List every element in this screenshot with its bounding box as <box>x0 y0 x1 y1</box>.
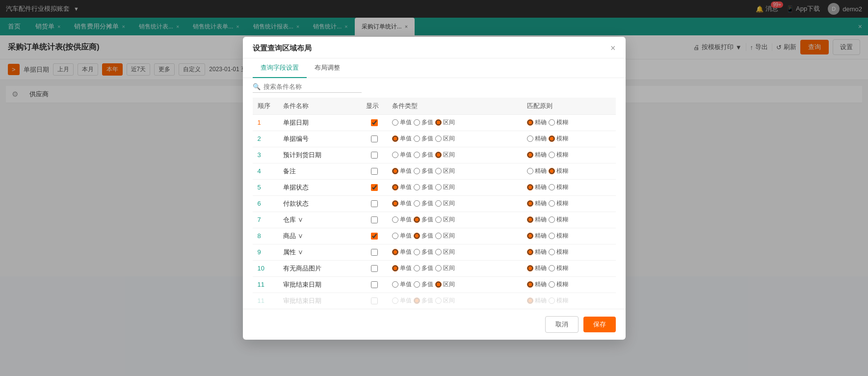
row-type-4: 单值多值区间 <box>387 179 522 195</box>
table-row: 4备注单值多值区间精确模糊 <box>253 163 616 179</box>
match-radio-模糊-0[interactable] <box>549 119 555 126</box>
type-radio-单值-8[interactable] <box>392 249 398 255</box>
row-order-8: 9 <box>258 248 261 256</box>
display-checkbox-8[interactable] <box>371 249 378 256</box>
table-row: 1单据日期单值多值区间精确模糊 <box>253 114 616 131</box>
display-checkbox-5[interactable] <box>371 200 378 207</box>
type-radio-多值-9[interactable] <box>414 265 420 271</box>
row-type-6: 单值多值区间 <box>387 212 522 228</box>
col-order: 顺序 <box>253 98 279 115</box>
row-display-7 <box>361 228 387 244</box>
row-display-5 <box>361 195 387 212</box>
match-radio-精确-6[interactable] <box>527 216 533 223</box>
match-radio-精确-5[interactable] <box>527 200 533 207</box>
type-radio-单值-4[interactable] <box>392 184 398 190</box>
row-condition-name-9: 有无商品图片 <box>278 260 361 276</box>
match-radio-精确-0[interactable] <box>527 119 533 126</box>
type-radio-单值-9[interactable] <box>392 265 398 271</box>
type-radio-区间-9[interactable] <box>435 265 442 271</box>
display-checkbox-7[interactable] <box>371 233 378 240</box>
match-radio-模糊-1[interactable] <box>549 135 555 142</box>
row-condition-name-5: 付款状态 <box>278 195 361 212</box>
type-radio-区间-2[interactable] <box>435 152 442 158</box>
row-match-7: 精确模糊 <box>522 228 615 244</box>
match-radio-模糊-8[interactable] <box>549 249 555 255</box>
dialog-close-button[interactable]: × <box>610 44 616 53</box>
type-radio-多值-4[interactable] <box>414 184 420 190</box>
type-radio-单值-7[interactable] <box>392 233 398 239</box>
match-radio-精确-8[interactable] <box>527 249 533 255</box>
type-radio-单值-0[interactable] <box>392 119 398 126</box>
match-radio-模糊-4[interactable] <box>549 184 555 190</box>
type-radio-区间-8[interactable] <box>435 249 442 255</box>
display-checkbox-6[interactable] <box>371 216 378 223</box>
row-condition-name-7: 商品 ∨ <box>278 228 361 244</box>
condition-search-input[interactable] <box>263 83 362 90</box>
row-match-9: 精确模糊 <box>522 260 615 276</box>
tab-query-fields[interactable]: 查询字段设置 <box>253 58 307 78</box>
match-radio-模糊-3[interactable] <box>549 168 555 174</box>
type-radio-多值-5[interactable] <box>414 200 420 207</box>
table-row: 2单据编号单值多值区间精确模糊 <box>253 131 616 147</box>
display-checkbox-4[interactable] <box>371 184 378 191</box>
table-row: 8商品 ∨单值多值区间精确模糊 <box>253 228 616 244</box>
conditions-table: 顺序 条件名称 显示 条件类型 匹配原则 1单据日期单值多值区间精确模糊2单据编… <box>253 98 616 277</box>
match-radio-精确-1[interactable] <box>527 135 533 142</box>
type-radio-区间-7[interactable] <box>435 233 442 239</box>
display-checkbox-0[interactable] <box>371 119 378 126</box>
display-checkbox-3[interactable] <box>371 168 378 175</box>
row-match-0: 精确模糊 <box>522 114 615 131</box>
row-match-5: 精确模糊 <box>522 195 615 212</box>
row-type-2: 单值多值区间 <box>387 147 522 163</box>
row-type-3: 单值多值区间 <box>387 163 522 179</box>
table-row: 6付款状态单值多值区间精确模糊 <box>253 195 616 212</box>
type-radio-多值-1[interactable] <box>414 135 420 142</box>
match-radio-模糊-6[interactable] <box>549 216 555 223</box>
match-radio-模糊-9[interactable] <box>549 265 555 271</box>
display-checkbox-9[interactable] <box>371 265 378 272</box>
match-radio-精确-3[interactable] <box>527 168 533 174</box>
match-radio-模糊-5[interactable] <box>549 200 555 207</box>
display-checkbox-1[interactable] <box>371 135 378 142</box>
display-checkbox-2[interactable] <box>371 152 378 159</box>
type-radio-单值-5[interactable] <box>392 200 398 207</box>
row-display-2 <box>361 147 387 163</box>
type-radio-区间-5[interactable] <box>435 200 442 207</box>
type-radio-多值-6[interactable] <box>414 216 420 223</box>
settings-table-scroll: 顺序 条件名称 显示 条件类型 匹配原则 1单据日期单值多值区间精确模糊2单据编… <box>243 98 626 277</box>
type-radio-单值-3[interactable] <box>392 168 398 174</box>
type-radio-区间-3[interactable] <box>435 168 442 174</box>
match-radio-模糊-2[interactable] <box>549 152 555 158</box>
row-condition-name-4: 单据状态 <box>278 179 361 195</box>
type-radio-单值-1[interactable] <box>392 135 398 142</box>
type-radio-多值-2[interactable] <box>414 152 420 158</box>
match-radio-精确-7[interactable] <box>527 233 533 239</box>
match-radio-精确-9[interactable] <box>527 265 533 271</box>
type-radio-单值-2[interactable] <box>392 152 398 158</box>
match-radio-精确-4[interactable] <box>527 184 533 190</box>
row-match-3: 精确模糊 <box>522 163 615 179</box>
tab-layout[interactable]: 布局调整 <box>307 58 348 78</box>
col-match: 匹配原则 <box>522 98 615 115</box>
type-radio-多值-7[interactable] <box>414 233 420 239</box>
row-match-4: 精确模糊 <box>522 179 615 195</box>
row-condition-name-0: 单据日期 <box>278 114 361 131</box>
type-radio-区间-1[interactable] <box>435 135 442 142</box>
row-order-0: 1 <box>258 119 261 126</box>
type-radio-多值-8[interactable] <box>414 249 420 255</box>
type-radio-单值-6[interactable] <box>392 216 398 223</box>
dialog-tabs: 查询字段设置 布局调整 <box>243 58 626 78</box>
row-display-4 <box>361 179 387 195</box>
type-radio-区间-4[interactable] <box>435 184 442 190</box>
row-display-3 <box>361 163 387 179</box>
type-radio-区间-6[interactable] <box>435 216 442 223</box>
row-match-8: 精确模糊 <box>522 244 615 260</box>
row-order-1: 2 <box>258 135 261 142</box>
col-type: 条件类型 <box>387 98 522 115</box>
type-radio-多值-3[interactable] <box>414 168 420 174</box>
match-radio-模糊-7[interactable] <box>549 233 555 239</box>
row-display-6 <box>361 212 387 228</box>
type-radio-区间-0[interactable] <box>435 119 442 126</box>
type-radio-多值-0[interactable] <box>414 119 420 126</box>
match-radio-精确-2[interactable] <box>527 152 533 158</box>
